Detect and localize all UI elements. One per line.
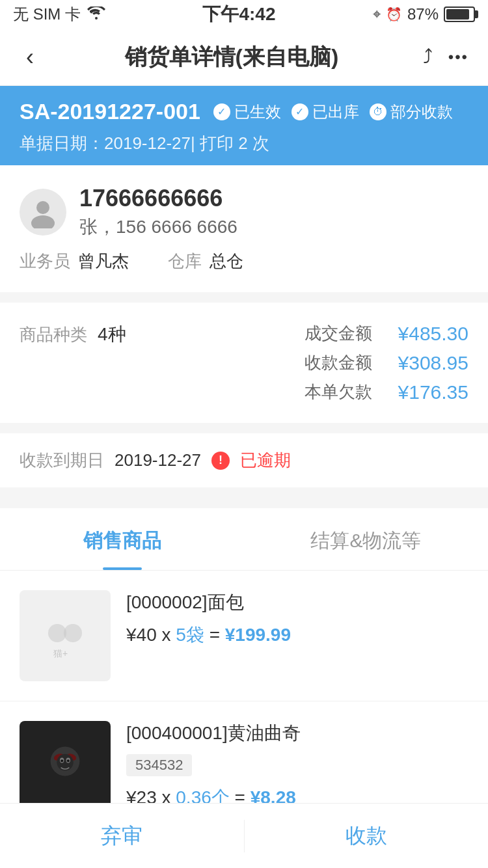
qty-1: 5袋 [176,625,204,645]
customer-info: 17666666666 张，156 6666 6666 [20,185,468,239]
product-sku-2: 534532 [126,754,192,776]
price-1: ¥40 [126,625,157,645]
date-value: 2019-12-27 [104,133,191,153]
products-section: 猫+ [0000002]面包 ¥40 x 5袋 = ¥199.99 [0,571,488,832]
time-display: 下午4:42 [202,2,275,27]
staff-label: 业务员 [20,250,70,273]
svg-point-8 [57,754,74,771]
received-value: ¥308.95 [398,352,468,374]
more-icon[interactable]: ••• [448,48,468,66]
customer-details: 17666666666 张，156 6666 6666 [79,185,237,239]
clock-icon: ⏱ [370,103,386,120]
reject-button[interactable]: 弃审 [0,804,244,868]
product-thumb-2 [20,721,111,812]
order-id: SA-20191227-001 [20,99,200,124]
location-icon: ⌖ [373,6,381,23]
alarm-icon: ⏰ [386,7,402,22]
overdue-icon: ! [211,452,230,470]
badge-effective: ✓ 已生效 [213,102,281,122]
share-icon[interactable]: ⤴ [423,46,433,68]
stats-row: 商品种类 4种 成交金额 ¥485.30 收款金额 ¥308.95 本单欠款 ¥… [20,322,468,403]
tabs-section: 销售商品 结算&物流等 [0,508,488,571]
product-types-label: 商品种类 [20,323,87,346]
overdue-status: 已逾期 [240,449,291,472]
stats-section: 商品种类 4种 成交金额 ¥485.30 收款金额 ¥308.95 本单欠款 ¥… [0,303,488,423]
svg-point-2 [48,624,66,642]
svg-point-3 [64,624,82,642]
tab-sales-label: 销售商品 [83,530,161,551]
received-label: 收款金额 [305,351,372,374]
amounts: 成交金额 ¥485.30 收款金额 ¥308.95 本单欠款 ¥176.35 [305,322,468,403]
divider-3 [0,487,488,498]
staff-info: 业务员 曾凡杰 [20,250,129,273]
page-title: 销货单详情(来自电脑) [125,42,339,72]
customer-meta: 业务员 曾凡杰 仓库 总仓 [20,250,468,273]
back-button[interactable]: ‹ [20,37,40,77]
battery-text: 87% [407,5,439,23]
customer-name: 17666666666 [79,185,237,212]
status-bar: 无 SIM 卡 下午4:42 ⌖ ⏰ 87% [0,0,488,29]
svg-point-1 [31,215,55,228]
multiply-1: x [162,625,176,645]
staff-name: 曾凡杰 [78,250,129,273]
status-badges: ✓ 已生效 ✓ 已出库 ⏱ 部分收款 [213,102,453,122]
confirm-button[interactable]: 收款 [245,804,489,868]
date-label: 单据日期： [20,133,104,153]
deal-amount-line: 成交金额 ¥485.30 [305,322,468,345]
customer-contact: 张，156 6666 6666 [79,215,237,239]
total-1: ¥199.99 [225,625,291,645]
badge-partial-label: 部分收款 [390,102,453,122]
nav-bar: ‹ 销货单详情(来自电脑) ⤴ ••• [0,29,488,86]
confirm-label: 收款 [346,822,387,850]
battery-fill [446,9,469,20]
overdue-section: 收款到期日 2019-12-27 ! 已逾期 [0,433,488,487]
badge-shipped-label: 已出库 [312,102,359,122]
divider-2 [0,423,488,433]
deal-amount-label: 成交金额 [305,322,372,345]
product-types: 商品种类 4种 [20,322,126,347]
overdue-label: 收款到期日 [20,449,104,472]
order-header-top: SA-20191227-001 ✓ 已生效 ✓ 已出库 ⏱ 部分收款 [20,99,468,124]
tabs-row: 销售商品 结算&物流等 [0,508,488,570]
debt-line: 本单欠款 ¥176.35 [305,381,468,403]
product-info-1: [0000002]面包 ¥40 x 5袋 = ¥199.99 [126,590,468,681]
badge-shipped: ✓ 已出库 [291,102,359,122]
status-right: ⌖ ⏰ 87% [373,5,475,23]
nav-actions: ⤴ ••• [423,46,468,68]
svg-point-0 [36,201,49,214]
list-item: 猫+ [0000002]面包 ¥40 x 5袋 = ¥199.99 [0,571,488,701]
avatar [20,189,66,236]
tab-sales-products[interactable]: 销售商品 [0,508,244,570]
product-types-value: 4种 [98,322,126,347]
product-price-1: ¥40 x 5袋 = ¥199.99 [126,623,468,647]
carrier-text: 无 SIM 卡 [13,4,81,25]
tab-settlement[interactable]: 结算&物流等 [244,508,488,570]
badge-effective-label: 已生效 [234,102,281,122]
product-info-2: [000400001]黄油曲奇 534532 ¥23 x 0.36个 = ¥8.… [126,721,468,812]
check-icon-1: ✓ [213,103,230,120]
battery-indicator [444,7,475,22]
print-info: | 打印 2 次 [191,133,269,153]
tab-settlement-label: 结算&物流等 [310,530,421,551]
wifi-icon [87,5,105,23]
check-icon-2: ✓ [291,103,308,120]
product-code-2: [000400001]黄油曲奇 [126,721,468,746]
svg-text:猫+: 猫+ [53,648,68,658]
warehouse-name: 总仓 [210,250,243,273]
overdue-date: 2019-12-27 [115,450,201,470]
svg-point-11 [61,759,63,762]
warehouse-label: 仓库 [168,250,202,273]
deal-amount-value: ¥485.30 [398,323,468,345]
divider-1 [0,292,488,303]
svg-point-12 [67,759,70,762]
order-header: SA-20191227-001 ✓ 已生效 ✓ 已出库 ⏱ 部分收款 单据日期：… [0,86,488,165]
debt-value: ¥176.35 [398,381,468,403]
customer-section: 17666666666 张，156 6666 6666 业务员 曾凡杰 仓库 总… [0,165,488,292]
warehouse-info: 仓库 总仓 [168,250,243,273]
reject-label: 弃审 [101,822,142,850]
product-code-1: [0000002]面包 [126,590,468,615]
equals-1: = [210,625,225,645]
received-line: 收款金额 ¥308.95 [305,351,468,374]
status-left: 无 SIM 卡 [13,4,105,25]
debt-label: 本单欠款 [305,381,372,403]
